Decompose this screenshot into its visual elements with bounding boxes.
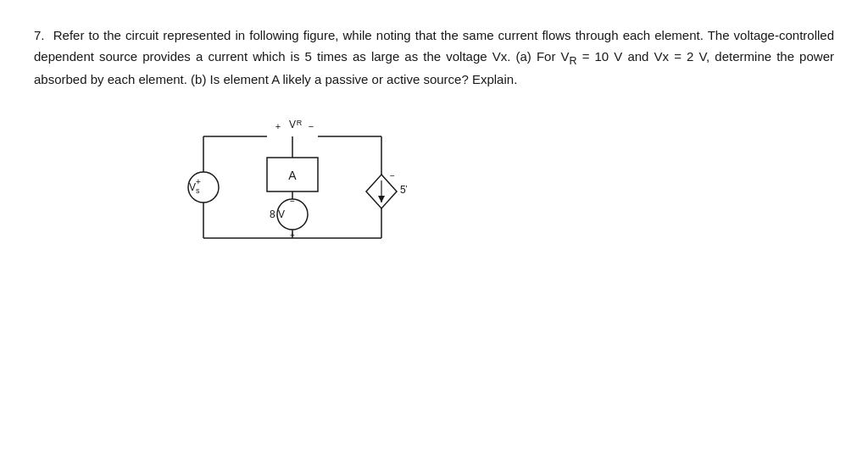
label-8v-plus: + bbox=[290, 230, 295, 240]
label-vr-sub: R bbox=[297, 119, 303, 127]
label-a: A bbox=[288, 169, 297, 182]
label-vs-sub: s bbox=[196, 186, 200, 195]
label-8v: 8 V bbox=[270, 208, 285, 220]
label-5vx-minus: − bbox=[390, 171, 395, 180]
label-vr: V bbox=[289, 119, 296, 130]
question-number: 7. bbox=[34, 28, 53, 42]
svg-text:+: + bbox=[196, 177, 201, 186]
label-vr-minus: − bbox=[309, 121, 314, 131]
label-5vx: 5V bbox=[400, 184, 407, 196]
label-8v-minus: − bbox=[290, 197, 295, 206]
page-content: 7. Refer to the circuit represented in f… bbox=[34, 25, 834, 264]
circuit-diagram: A + V R − + V s − + 8 V − bbox=[186, 111, 407, 264]
label-vs: V bbox=[189, 181, 196, 193]
circuit-svg: A + V R − + V s − + 8 V − bbox=[186, 111, 407, 264]
label-vr-plus: + bbox=[275, 121, 281, 131]
question-text: 7. Refer to the circuit represented in f… bbox=[34, 25, 834, 91]
